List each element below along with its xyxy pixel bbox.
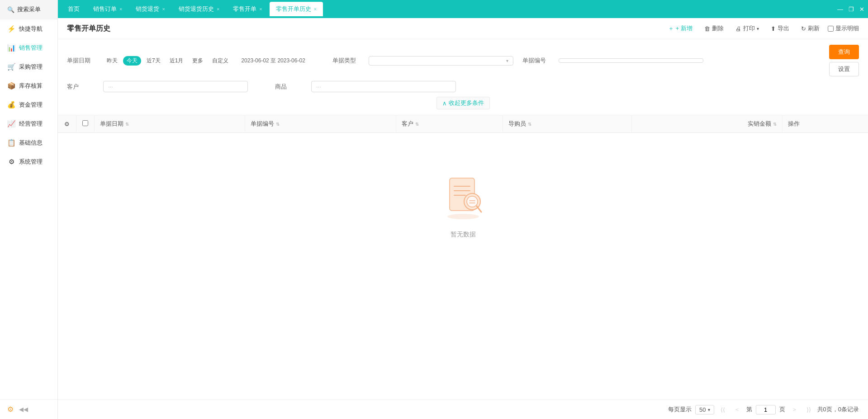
search-icon: 🔍 — [7, 6, 14, 13]
main-area: 首页销售订单×销货退货×销货退货历史×零售开单×零售开单历史× — ❐ ✕ 零售… — [58, 0, 868, 419]
sidebar-label-operations: 经营管理 — [19, 120, 43, 128]
tab-label-retail-open-history: 零售开单历史 — [276, 5, 311, 13]
query-btns: 查询 设置 — [829, 45, 859, 76]
date-btn-more[interactable]: 更多 — [189, 56, 207, 66]
pagination-bar: 每页显示 50 ▾ ⟨⟨ ＜ 第 页 ＞ ⟩⟩ 共0页，0条记录 — [58, 400, 868, 419]
display-cols-toggle[interactable]: 显示明细 — [828, 24, 859, 33]
minimize-btn[interactable]: — — [837, 6, 843, 13]
sidebar-item-base-info[interactable]: 📋基础信息 — [0, 133, 57, 152]
settings-button[interactable]: 设置 — [829, 62, 859, 76]
page-number-input[interactable] — [756, 405, 776, 414]
restore-btn[interactable]: ❐ — [849, 6, 854, 13]
tab-label-retail-open: 零售开单 — [233, 5, 256, 13]
nav-tab-sales-return[interactable]: 销货退货× — [129, 2, 171, 16]
tab-label-sales-order: 销售订单 — [93, 5, 117, 13]
sort-amount-icon: ⇅ — [773, 122, 777, 127]
th-checkbox[interactable] — [76, 115, 94, 133]
last-page-btn[interactable]: ⟩⟩ — [804, 405, 814, 414]
export-button[interactable]: ⬆ 导出 — [767, 23, 793, 34]
first-page-btn[interactable]: ⟨⟨ — [718, 405, 728, 414]
goods-label: 商品 — [275, 83, 302, 91]
delete-button[interactable]: 🗑 删除 — [701, 23, 727, 34]
nav-tab-retail-open[interactable]: 零售开单× — [227, 2, 268, 16]
per-page-dropdown-icon: ▾ — [708, 407, 710, 412]
sort-docno[interactable]: 单据编号 ⇅ — [251, 120, 390, 128]
table-header-row: ⚙ 单据日期 ⇅ 单据编号 — [58, 115, 868, 133]
sort-guide-icon: ⇅ — [528, 122, 531, 127]
collapse-sidebar-icon[interactable]: ◀◀ — [19, 406, 28, 413]
date-btn-last1month[interactable]: 近1月 — [166, 56, 187, 66]
tab-close-retail-open[interactable]: × — [259, 7, 262, 12]
sort-customer[interactable]: 客户 ⇅ — [402, 120, 497, 128]
sort-date[interactable]: 单据日期 ⇅ — [100, 120, 240, 128]
sidebar-label-purchase-mgmt: 采购管理 — [19, 63, 43, 71]
filter-row-2: 客户 ··· 商品 ··· — [67, 81, 859, 92]
collapse-up-icon: ∧ — [442, 100, 447, 107]
settings-bottom-icon[interactable]: ⚙ — [7, 405, 14, 414]
refresh-button[interactable]: ↻ 刷新 — [797, 23, 823, 34]
doc-type-dropdown-icon: ▾ — [506, 58, 508, 63]
tab-close-sales-order[interactable]: × — [119, 7, 122, 12]
sidebar-search-label: 搜索采单 — [17, 5, 41, 14]
page-header: 零售开单历史 ＋ + 新增 🗑 删除 🖨 打印 ▾ ⬆ 导出 — [58, 18, 868, 39]
tab-close-retail-open-history[interactable]: × — [314, 7, 317, 12]
print-button[interactable]: 🖨 打印 ▾ — [732, 23, 763, 34]
tab-close-sales-return[interactable]: × — [162, 7, 165, 12]
doc-type-select[interactable]: ▾ — [369, 56, 513, 66]
doc-no-input[interactable] — [559, 58, 703, 63]
print-dropdown-icon: ▾ — [757, 26, 759, 31]
tab-label-home: 首页 — [68, 5, 80, 13]
export-icon: ⬆ — [771, 25, 776, 32]
collapse-btn[interactable]: ∧ 收起更多条件 — [436, 97, 490, 109]
nav-tab-sales-order[interactable]: 销售订单× — [87, 2, 128, 16]
date-btn-yesterday[interactable]: 昨天 — [103, 56, 121, 66]
table-container: ⚙ 单据日期 ⇅ 单据编号 — [58, 115, 868, 400]
close-window-btn[interactable]: ✕ — [859, 6, 864, 13]
refresh-icon: ↻ — [801, 25, 806, 32]
per-page-select[interactable]: 50 ▾ — [695, 405, 714, 414]
sidebar-item-sys-mgmt[interactable]: ⚙系统管理 — [0, 152, 57, 171]
display-cols-checkbox[interactable] — [828, 26, 834, 32]
th-settings[interactable]: ⚙ — [58, 115, 76, 133]
date-filter-btns: 昨天 今天 近7天 近1月 更多 自定义 — [103, 56, 232, 66]
sidebar-item-quick-nav[interactable]: ⚡快捷导航 — [0, 19, 57, 38]
svg-point-0 — [447, 214, 479, 219]
nav-tab-home[interactable]: 首页 — [62, 2, 86, 16]
date-label: 单据日期 — [67, 56, 94, 65]
sidebar-icon-base-info: 📋 — [7, 139, 15, 147]
query-button[interactable]: 查询 — [829, 45, 859, 59]
sort-date-icon: ⇅ — [125, 122, 129, 127]
top-nav-right: — ❐ ✕ — [837, 6, 864, 13]
tab-close-sales-return-history[interactable]: × — [217, 7, 219, 12]
sidebar-item-operations[interactable]: 📈经营管理 — [0, 114, 57, 133]
sort-amount[interactable]: 实销金额 ⇅ — [637, 120, 777, 128]
customer-input[interactable]: ··· — [103, 81, 248, 92]
sidebar-bottom: ⚙ ◀◀ — [0, 399, 57, 419]
sidebar-item-purchase-mgmt[interactable]: 🛒采购管理 — [0, 57, 57, 76]
nav-tab-retail-open-history[interactable]: 零售开单历史× — [270, 2, 323, 16]
settings-icon[interactable]: ⚙ — [64, 121, 70, 127]
sidebar-item-inventory[interactable]: 📦库存核算 — [0, 76, 57, 95]
prev-page-btn[interactable]: ＜ — [731, 405, 743, 414]
goods-input[interactable]: ··· — [311, 81, 456, 92]
date-btn-last7[interactable]: 近7天 — [143, 56, 164, 66]
page-title: 零售开单历史 — [67, 24, 110, 33]
date-btn-custom[interactable]: 自定义 — [209, 56, 232, 66]
sidebar-item-finance[interactable]: 💰资金管理 — [0, 95, 57, 114]
sort-docno-icon: ⇅ — [276, 122, 280, 127]
svg-line-8 — [477, 206, 481, 212]
tab-label-sales-return-history: 销货退货历史 — [179, 5, 214, 13]
add-button[interactable]: ＋ + 新增 — [664, 23, 696, 34]
th-customer-label: 客户 — [402, 120, 413, 128]
sidebar-item-sales-mgmt[interactable]: 📊销售管理 — [0, 38, 57, 57]
sidebar-label-base-info: 基础信息 — [19, 139, 43, 147]
sidebar-search[interactable]: 🔍 搜索采单 — [0, 0, 57, 19]
sidebar-label-sales-mgmt: 销售管理 — [19, 44, 43, 52]
next-page-btn[interactable]: ＞ — [789, 405, 800, 414]
goods-placeholder: ··· — [316, 83, 321, 90]
date-btn-today[interactable]: 今天 — [123, 56, 141, 66]
sort-guide[interactable]: 导购员 ⇅ — [508, 120, 626, 128]
tab-label-sales-return: 销货退货 — [136, 5, 159, 13]
nav-tab-sales-return-history[interactable]: 销货退货历史× — [172, 2, 226, 16]
select-all-checkbox[interactable] — [82, 120, 88, 126]
